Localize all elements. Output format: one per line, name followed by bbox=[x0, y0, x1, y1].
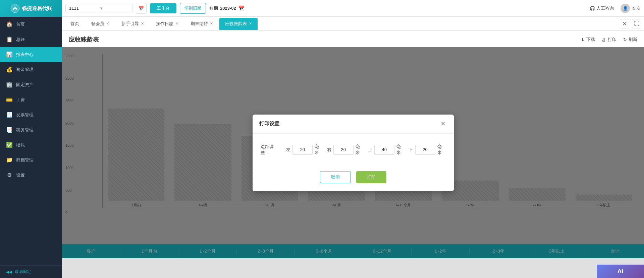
tab-home-label: 首页 bbox=[70, 21, 79, 27]
user-area[interactable]: 👤 友友 bbox=[621, 4, 641, 13]
page-content: 应收账龄表 ⬇ 下载 🖨 打印 ↻ 刷新 bbox=[62, 31, 644, 278]
tab-period-end-label: 期末结转 bbox=[191, 21, 208, 27]
print-button[interactable]: 🖨 打印 bbox=[602, 37, 616, 43]
collapse-label: 取消固定 bbox=[15, 269, 31, 275]
period-label: 账期 bbox=[209, 5, 218, 11]
service-button[interactable]: 🎧 人工咨询 bbox=[590, 5, 614, 11]
ai-label: Ai bbox=[618, 268, 624, 275]
margin-adjust-label: 边距调整： bbox=[261, 144, 282, 156]
switch-version-button[interactable]: 切到旧版 bbox=[180, 3, 206, 14]
modal-close-button[interactable]: ✕ bbox=[439, 120, 447, 128]
avatar: 👤 bbox=[621, 4, 630, 13]
period-area: 账期 2023-02 📅 bbox=[209, 5, 245, 11]
sidebar-label-ledger: 总账 bbox=[16, 37, 25, 43]
modal-header: 打印设置 ✕ bbox=[253, 115, 454, 134]
sidebar-item-invoice[interactable]: 🧾 发票管理 bbox=[0, 107, 62, 122]
top-label: 上 bbox=[368, 147, 372, 153]
sidebar-item-payroll[interactable]: 💳 工资 bbox=[0, 92, 62, 107]
print-confirm-button[interactable]: 打印 bbox=[356, 171, 386, 183]
bottom-label: 下 bbox=[409, 147, 413, 153]
sidebar-item-close[interactable]: ✅ 结账 bbox=[0, 137, 62, 152]
refresh-label: 刷新 bbox=[629, 37, 637, 43]
refresh-icon: ↻ bbox=[623, 37, 627, 42]
sidebar-label-report: 报表中心 bbox=[16, 52, 34, 58]
service-label: 人工咨询 bbox=[596, 5, 614, 11]
page-header: 应收账龄表 ⬇ 下载 🖨 打印 ↻ 刷新 bbox=[62, 31, 644, 47]
tab-home[interactable]: 首页 bbox=[65, 18, 85, 30]
sidebar-label-archive: 归档管理 bbox=[16, 157, 34, 163]
sidebar: 🏠 首页 📋 总账 📊 报表中心 💰 资金管理 🏢 固定资产 💳 工资 bbox=[0, 17, 62, 278]
sidebar-label-fund: 资金管理 bbox=[16, 67, 34, 73]
company-selector[interactable]: 1111 ▾ bbox=[65, 4, 132, 12]
logo: 畅捷通易代账 bbox=[0, 0, 62, 17]
avatar-icon: 👤 bbox=[623, 6, 628, 11]
archive-icon: 📁 bbox=[6, 157, 13, 163]
tab-guide-label: 新手引导 bbox=[121, 21, 139, 27]
tab-period-end-close[interactable]: ✕ bbox=[210, 21, 213, 26]
sidebar-label-asset: 固定资产 bbox=[16, 82, 34, 88]
modal-overlay: 打印设置 ✕ 边距调整： 左 毫米 bbox=[62, 47, 644, 258]
tab-aging-close[interactable]: ✕ bbox=[249, 21, 252, 26]
bottom-margin-group: 下 毫米 bbox=[409, 144, 446, 156]
bottom-margin-input[interactable] bbox=[415, 145, 435, 155]
top-margin-input[interactable] bbox=[374, 145, 394, 155]
sidebar-item-settings[interactable]: ⚙ 设置 bbox=[0, 167, 62, 183]
chevron-down-icon: ▾ bbox=[100, 6, 129, 11]
print-label: 打印 bbox=[608, 37, 616, 43]
sidebar-label-close: 结账 bbox=[16, 142, 25, 148]
sidebar-label-tax: 税务管理 bbox=[16, 127, 34, 133]
tab-aging[interactable]: 应收账龄表 ✕ bbox=[219, 18, 258, 30]
fund-icon: 💰 bbox=[6, 66, 13, 73]
tab-member-close[interactable]: ✕ bbox=[106, 21, 109, 26]
sidebar-item-report[interactable]: 📊 报表中心 bbox=[0, 47, 62, 62]
sidebar-item-archive[interactable]: 📁 归档管理 bbox=[0, 152, 62, 167]
close-book-icon: ✅ bbox=[6, 142, 13, 148]
sidebar-item-tax[interactable]: 📑 税务管理 bbox=[0, 122, 62, 137]
modal-body: 边距调整： 左 毫米 右 毫米 bbox=[253, 134, 454, 166]
right-margin-input[interactable] bbox=[333, 145, 354, 155]
left-margin-group: 左 毫米 bbox=[286, 144, 323, 156]
refresh-button[interactable]: ↻ 刷新 bbox=[623, 37, 637, 43]
sidebar-label-invoice: 发票管理 bbox=[16, 112, 34, 118]
print-settings-modal: 打印设置 ✕ 边距调整： 左 毫米 bbox=[253, 115, 454, 191]
settings-icon: ⚙ bbox=[6, 172, 13, 178]
payroll-icon: 💳 bbox=[6, 96, 13, 103]
sidebar-label-settings: 设置 bbox=[16, 172, 25, 178]
sidebar-item-home[interactable]: 🏠 首页 bbox=[0, 17, 62, 32]
tab-guide-close[interactable]: ✕ bbox=[141, 21, 144, 26]
sidebar-item-ledger[interactable]: 📋 总账 bbox=[0, 32, 62, 47]
tab-period-end[interactable]: 期末结转 ✕ bbox=[185, 18, 219, 30]
company-name: 1111 bbox=[69, 6, 98, 11]
tab-close-button[interactable]: ✕ bbox=[620, 19, 629, 28]
headset-icon: 🎧 bbox=[590, 6, 595, 11]
sidebar-collapse-button[interactable]: ◀◀ 取消固定 bbox=[0, 265, 62, 278]
modal-footer: 取消 打印 bbox=[253, 166, 454, 191]
period-calendar-icon[interactable]: 📅 bbox=[238, 5, 245, 11]
page-actions: ⬇ 下载 🖨 打印 ↻ 刷新 bbox=[581, 37, 637, 43]
sidebar-label-payroll: 工资 bbox=[16, 97, 25, 103]
user-name: 友友 bbox=[632, 5, 641, 11]
tax-icon: 📑 bbox=[6, 127, 13, 133]
right-unit: 毫米 bbox=[356, 144, 364, 156]
tab-member[interactable]: 畅会员 ✕ bbox=[86, 18, 115, 30]
tab-guide[interactable]: 新手引导 ✕ bbox=[116, 18, 150, 30]
cancel-button[interactable]: 取消 bbox=[320, 171, 351, 183]
sidebar-item-asset[interactable]: 🏢 固定资产 bbox=[0, 77, 62, 92]
download-button[interactable]: ⬇ 下载 bbox=[581, 37, 595, 43]
tab-log[interactable]: 操作日志 ✕ bbox=[150, 18, 184, 30]
calendar-button[interactable]: 📅 bbox=[136, 3, 147, 14]
workbench-button[interactable]: 工作台 bbox=[150, 3, 176, 13]
top-margin-group: 上 毫米 bbox=[368, 144, 405, 156]
svg-point-0 bbox=[11, 4, 19, 13]
right-margin-group: 右 毫米 bbox=[327, 144, 364, 156]
app-name: 畅捷通易代账 bbox=[22, 5, 52, 12]
left-margin-input[interactable] bbox=[292, 145, 313, 155]
bottom-unit: 毫米 bbox=[437, 144, 446, 156]
sidebar-item-fund[interactable]: 💰 资金管理 bbox=[0, 62, 62, 77]
tab-expand-button[interactable]: ⛶ bbox=[632, 19, 641, 28]
tab-log-close[interactable]: ✕ bbox=[175, 21, 178, 26]
home-icon: 🏠 bbox=[6, 21, 13, 27]
right-label: 右 bbox=[327, 147, 331, 153]
ai-badge[interactable]: Ai bbox=[597, 265, 644, 278]
page-title: 应收账龄表 bbox=[69, 36, 99, 44]
